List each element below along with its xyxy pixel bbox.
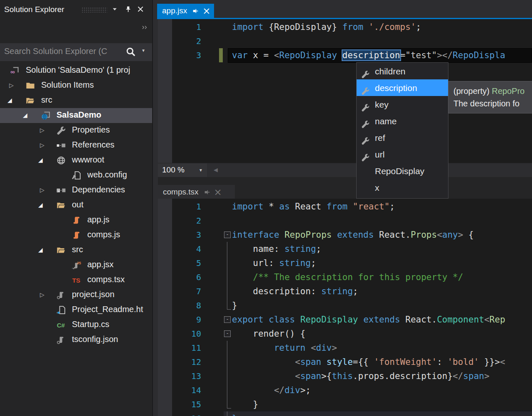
code-line[interactable]: 16}	[158, 411, 532, 416]
collapse-arrow-icon[interactable]: ◢	[38, 157, 43, 163]
code-token: <	[274, 50, 279, 60]
code-line[interactable]: 2	[158, 214, 532, 228]
close-tab-icon[interactable]: ×	[202, 7, 210, 15]
collapse-arrow-icon[interactable]: ◢	[7, 97, 12, 103]
code-line[interactable]: 3var x = <RepoDisplay description="test"…	[158, 48, 532, 62]
code-text: var x = <RepoDisplay description="test">…	[232, 48, 505, 62]
code-line[interactable]: 1import {RepoDisplay} from './comps';	[158, 20, 532, 34]
zoom-level-select[interactable]: 100 % ▼	[158, 163, 207, 177]
close-tab-icon[interactable]: ×	[214, 188, 222, 196]
tree-item-project-readme-ht[interactable]: ‹ ›Project_Readme.ht	[0, 303, 152, 318]
fold-guide	[227, 397, 227, 409]
expand-arrow-icon[interactable]: ▷	[40, 142, 44, 148]
code-token: ;	[389, 202, 395, 212]
code-line[interactable]: 14 </div>;	[158, 383, 532, 397]
code-text: }	[232, 298, 237, 313]
completion-item-url[interactable]: url	[357, 146, 448, 162]
editor-comps-tsx[interactable]: 1import * as React from "react";23-inter…	[158, 199, 532, 416]
code-line[interactable]: 3-interface RepoProps extends React.Prop…	[158, 228, 532, 242]
search-options-chevron-icon[interactable]: ▼	[141, 48, 145, 53]
panel-drag-grip-icon[interactable]	[81, 7, 107, 12]
folder-open-icon	[57, 246, 66, 255]
scroll-left-arrow-icon[interactable]: ◀	[214, 167, 218, 173]
code-line[interactable]: 15 }	[158, 397, 532, 411]
toolbar-overflow-button[interactable]	[140, 20, 150, 35]
svg-text:C#: C#	[57, 322, 65, 329]
tree-item-comps-tsx[interactable]: TScomps.tsx	[0, 273, 152, 288]
code-text: name: string;	[232, 242, 321, 256]
code-line[interactable]: 13 <span>{this.props.description}</span>	[158, 369, 532, 383]
pin-tab-icon[interactable]	[192, 7, 199, 15]
tree-item-comps-js[interactable]: comps.js	[0, 228, 152, 243]
tree-item-salsademo[interactable]: ◢SalsaDemo	[0, 108, 152, 123]
completion-item-x[interactable]: x	[357, 179, 448, 196]
code-token	[337, 50, 342, 60]
fold-collapse-icon[interactable]: -	[224, 316, 231, 323]
completion-item-repodisplay[interactable]: RepoDisplay	[357, 162, 448, 179]
collapse-arrow-icon[interactable]: ◢	[38, 246, 43, 253]
line-number: 3	[158, 228, 201, 242]
window-position-button[interactable]	[109, 3, 121, 15]
fold-guide-end	[227, 309, 231, 310]
code-token: export	[232, 315, 264, 325]
tree-item-project-json[interactable]: ▷project.json	[0, 288, 152, 303]
tree-item-app-jsx[interactable]: JS‹●›app.jsx	[0, 258, 152, 273]
code-line[interactable]: 9-export class RepoDisplay extends React…	[158, 313, 532, 327]
fold-collapse-icon[interactable]: -	[224, 231, 231, 238]
tree-item-dependencies[interactable]: ▷Dependencies	[0, 183, 152, 198]
tree-item-label: web.config	[87, 170, 127, 180]
tree-item-web-config[interactable]: web.config	[0, 168, 152, 183]
tree-item-wwwroot[interactable]: ◢wwwroot	[0, 153, 152, 168]
expand-arrow-icon[interactable]: ▷	[40, 291, 44, 298]
code-line[interactable]: 5 url: string;	[158, 256, 532, 270]
expand-arrow-icon[interactable]: ▷	[40, 127, 44, 133]
code-token	[305, 343, 311, 353]
tab-comps-tsx[interactable]: comps.tsx ×	[158, 185, 235, 199]
tree-item-tsconfig-json[interactable]: tsconfig.json	[0, 332, 152, 347]
code-token: <	[311, 343, 316, 353]
fold-guide-end	[227, 408, 231, 409]
completion-item-key[interactable]: key	[357, 96, 448, 113]
code-token: x =	[248, 50, 274, 60]
tree-item-out[interactable]: ◢out	[0, 198, 152, 213]
code-line[interactable]: 11 return <div>	[158, 341, 532, 355]
collapse-arrow-icon[interactable]: ◢	[23, 112, 27, 118]
tree-item-app-js[interactable]: app.js	[0, 213, 152, 228]
tree-item-solution-items[interactable]: ▷Solution Items	[0, 78, 152, 93]
cs-file-icon: C#	[57, 320, 66, 330]
code-line[interactable]: 6 /** The description for this property …	[158, 270, 532, 284]
tree-item-references[interactable]: ▷References	[0, 138, 152, 153]
tree-item-startup-cs[interactable]: C#Startup.cs	[0, 318, 152, 332]
tree-item-src[interactable]: ◢src	[0, 243, 152, 258]
completion-item-name[interactable]: name	[357, 113, 448, 129]
collapse-arrow-icon[interactable]: ◢	[38, 202, 43, 208]
tree-item-properties[interactable]: ▷Properties	[0, 123, 152, 138]
line-number: 13	[158, 369, 201, 383]
line-number: 6	[158, 270, 201, 284]
tree-item-solution-salsademo-1-proj[interactable]: ∞Solution 'SalsaDemo' (1 proj	[0, 63, 152, 78]
code-line[interactable]: 1import * as React from "react";	[158, 199, 532, 214]
expand-arrow-icon[interactable]: ▷	[40, 187, 44, 193]
tab-app-jsx[interactable]: app.jsx ×	[157, 4, 214, 18]
completion-item-label: ref	[375, 133, 385, 143]
fold-guide	[227, 298, 227, 310]
search-input[interactable]: Search Solution Explorer (C	[4, 47, 124, 56]
tree-item-src[interactable]: ◢src	[0, 93, 152, 108]
code-line[interactable]: 4 name: string;	[158, 242, 532, 256]
search-box[interactable]: Search Solution Explorer (C ▼	[0, 43, 152, 61]
solution-explorer-panel: Solution Explorer Search Solution Explor…	[0, 0, 152, 416]
pin-tab-icon[interactable]	[204, 189, 211, 196]
completion-item-ref[interactable]: ref	[357, 129, 448, 146]
code-line[interactable]: 2	[158, 34, 532, 48]
code-line[interactable]: 7 description: string;	[158, 284, 532, 298]
fold-collapse-icon[interactable]: -	[224, 330, 231, 337]
completion-item-children[interactable]: children	[357, 63, 448, 79]
search-icon[interactable]	[126, 47, 136, 59]
expand-arrow-icon[interactable]: ▷	[9, 82, 14, 89]
code-line[interactable]: 8}	[158, 298, 532, 313]
code-line[interactable]: 12 <span style={{ 'fontWeight': 'bold' }…	[158, 355, 532, 369]
pin-button[interactable]	[122, 3, 134, 15]
close-button[interactable]	[135, 3, 146, 15]
completion-item-description[interactable]: description	[357, 79, 448, 96]
code-line[interactable]: 10- render() {	[158, 327, 532, 341]
